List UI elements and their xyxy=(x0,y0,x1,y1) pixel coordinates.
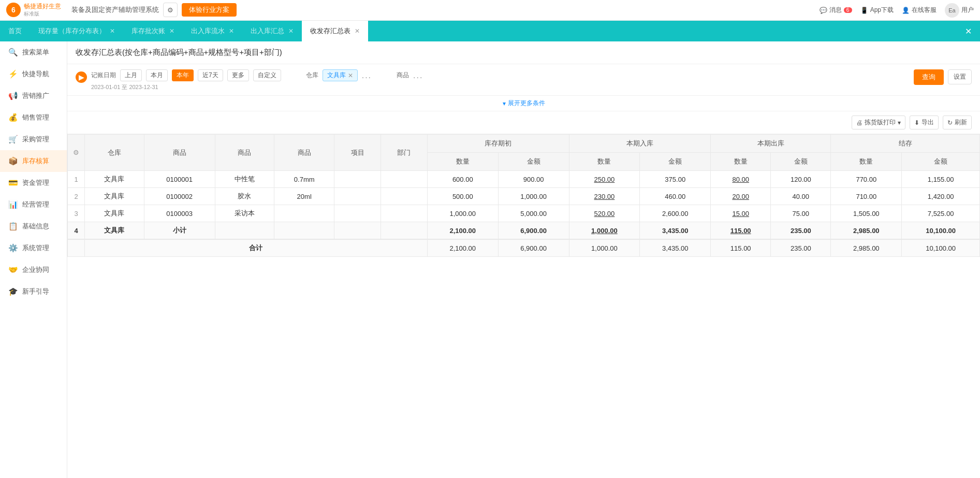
row1-opening-amt: 900.00 xyxy=(498,171,569,188)
row3-warehouse: 文具库 xyxy=(85,205,144,222)
th-goods-spec: 商品 xyxy=(274,135,334,171)
settings-gear-icon[interactable]: ⚙ xyxy=(163,3,178,17)
sidebar-sales-label: 销售管理 xyxy=(22,113,49,122)
sidebar-item-purchase[interactable]: 🛒 采购管理 xyxy=(0,128,67,150)
date-btn-this-year[interactable]: 本年 xyxy=(172,69,194,81)
row3-out-amt: 75.00 xyxy=(771,205,831,222)
tab-inout-summary-close-icon[interactable]: ✕ xyxy=(288,27,294,35)
date-range-display: 2023-01-01 至 2023-12-31 xyxy=(91,83,910,91)
online-service-action[interactable]: 👤 在线客服 xyxy=(902,6,937,15)
subtotal-closing-qty: 2,985.00 xyxy=(831,222,902,240)
tab-recv-send[interactable]: 收发存汇总表 ✕ xyxy=(302,21,368,41)
tab-bar: 首页 现存量（库存分布表） ✕ 库存批次账 ✕ 出入库流水 ✕ 出入库汇总 ✕ … xyxy=(0,21,980,41)
sidebar-item-sales[interactable]: 💰 销售管理 xyxy=(0,107,67,128)
sidebar: 🔍 搜索菜单 ⚡ 快捷导航 📢 营销推广 💰 销售管理 🛒 采购管理 📦 库存核… xyxy=(0,41,67,478)
sidebar-item-search[interactable]: 🔍 搜索菜单 xyxy=(0,41,67,63)
subtotal-row: 4 文具库 小计 2,100.00 6,900.00 1,000.00 3,43… xyxy=(68,222,980,240)
tabbar-close-icon[interactable]: ✕ xyxy=(957,26,980,36)
page-header: 收发存汇总表(按仓库+商品编码+商品+规格型号+项目+部门) xyxy=(67,41,980,64)
th-department: 部门 xyxy=(381,135,428,171)
tab-home[interactable]: 首页 xyxy=(0,21,30,41)
row1-out-qty[interactable]: 80.00 xyxy=(711,171,771,188)
date-btn-7days[interactable]: 近7天 xyxy=(198,69,223,81)
subtotal-out-qty[interactable]: 115.00 xyxy=(711,222,771,240)
total-opening-amt: 6,900.00 xyxy=(498,239,569,257)
date-btn-last-month[interactable]: 上月 xyxy=(120,69,142,81)
date-btn-more[interactable]: 更多 xyxy=(227,69,249,81)
refresh-icon: ↻ xyxy=(947,119,953,126)
sidebar-quick-label: 快捷导航 xyxy=(22,69,49,79)
export-icon: ⬇ xyxy=(914,119,919,126)
row2-out-qty[interactable]: 20.00 xyxy=(711,188,771,205)
trial-button[interactable]: 体验行业方案 xyxy=(182,3,237,17)
row1-in-qty[interactable]: 250.00 xyxy=(569,171,640,188)
refresh-button[interactable]: ↻ 刷新 xyxy=(943,115,972,129)
sidebar-item-finance[interactable]: 💳 资金管理 xyxy=(0,172,67,194)
filter-settings-button[interactable]: 设置 xyxy=(948,69,972,84)
total-out-qty: 115.00 xyxy=(711,239,771,257)
print-label: 拣货版打印 xyxy=(865,118,896,127)
row2-department xyxy=(381,188,428,205)
tab-inout-flow[interactable]: 出入库流水 ✕ xyxy=(183,21,242,41)
tab-stock[interactable]: 现存量（库存分布表） ✕ xyxy=(30,21,123,41)
th-gear[interactable]: ⚙ xyxy=(68,135,85,171)
tab-inout-flow-close-icon[interactable]: ✕ xyxy=(229,27,234,35)
warehouse-tag[interactable]: 文具库 ✕ xyxy=(323,69,358,81)
expand-conditions-button[interactable]: ▾ 展开更多条件 xyxy=(503,99,545,108)
tab-batch-close-icon[interactable]: ✕ xyxy=(169,27,174,35)
tab-inout-summary[interactable]: 出入库汇总 ✕ xyxy=(242,21,302,41)
basic-icon: 📋 xyxy=(8,222,18,231)
row3-in-qty[interactable]: 520.00 xyxy=(569,205,640,222)
sidebar-item-guide[interactable]: 🎓 新手引导 xyxy=(0,281,67,302)
subtotal-in-qty[interactable]: 1,000.00 xyxy=(569,222,640,240)
sidebar-item-operation[interactable]: 📊 经营管理 xyxy=(0,194,67,215)
user-action[interactable]: Ea 用户 xyxy=(945,3,974,18)
total-opening-qty: 2,100.00 xyxy=(427,239,498,257)
tab-recv-send-close-icon[interactable]: ✕ xyxy=(355,27,360,35)
row3-out-qty[interactable]: 15.00 xyxy=(711,205,771,222)
th-in-amt: 金额 xyxy=(640,153,711,171)
warehouse-tag-close-icon[interactable]: ✕ xyxy=(348,72,353,79)
row3-goods-spec xyxy=(274,205,334,222)
tab-inout-summary-label: 出入库汇总 xyxy=(251,26,284,36)
th-group-in: 本期入库 xyxy=(569,135,711,153)
row3-goods-code: 0100003 xyxy=(144,205,215,222)
print-button[interactable]: 🖨 拣货版打印 ▾ xyxy=(852,115,905,129)
warehouse-more-button[interactable]: ... xyxy=(362,71,372,80)
row2-in-qty[interactable]: 230.00 xyxy=(569,188,640,205)
notification-action[interactable]: 💬 消息 6 xyxy=(820,6,852,15)
sales-icon: 💰 xyxy=(8,113,18,122)
query-button[interactable]: 查询 xyxy=(914,69,944,85)
export-button[interactable]: ⬇ 导出 xyxy=(910,115,939,129)
app-download-action[interactable]: 📱 App下载 xyxy=(860,6,894,15)
row2-closing-qty: 710.00 xyxy=(831,188,902,205)
notification-badge: 6 xyxy=(844,7,852,13)
date-btn-custom[interactable]: 自定义 xyxy=(253,69,281,81)
th-group-opening: 库存期初 xyxy=(427,135,569,153)
th-opening-amt: 金额 xyxy=(498,153,569,171)
sidebar-item-system[interactable]: ⚙️ 系统管理 xyxy=(0,237,67,259)
subtotal-out-amt: 235.00 xyxy=(771,222,831,240)
date-btn-this-month[interactable]: 本月 xyxy=(146,69,168,81)
filter-toggle-button[interactable]: ▶ xyxy=(76,71,87,83)
sidebar-item-quick[interactable]: ⚡ 快捷导航 xyxy=(0,63,67,85)
sidebar-item-marketing[interactable]: 📢 营销推广 xyxy=(0,85,67,107)
sidebar-item-basic[interactable]: 📋 基础信息 xyxy=(0,215,67,237)
sidebar-item-collab[interactable]: 🤝 企业协同 xyxy=(0,259,67,281)
th-out-amt: 金额 xyxy=(771,153,831,171)
filter-bar: ▶ 记账日期 上月 本月 本年 近7天 更多 自定义 仓库 文具库 ✕ . xyxy=(67,64,980,96)
col-gear-icon[interactable]: ⚙ xyxy=(73,149,79,156)
tab-batch[interactable]: 库存批次账 ✕ xyxy=(123,21,183,41)
user-avatar: Ea xyxy=(945,3,959,18)
guide-icon: 🎓 xyxy=(8,287,18,296)
sidebar-system-label: 系统管理 xyxy=(22,243,49,253)
search-icon: 🔍 xyxy=(8,48,18,57)
tab-batch-label: 库存批次账 xyxy=(131,26,165,36)
goods-more-button[interactable]: ... xyxy=(413,71,423,80)
row3-department xyxy=(381,205,428,222)
goods-label: 商品 xyxy=(397,71,409,80)
total-closing-qty: 2,985.00 xyxy=(831,239,902,257)
tab-stock-close-icon[interactable]: ✕ xyxy=(110,27,115,35)
subtotal-label: 小计 xyxy=(144,222,215,240)
sidebar-item-inventory[interactable]: 📦 库存核算 xyxy=(0,150,67,172)
